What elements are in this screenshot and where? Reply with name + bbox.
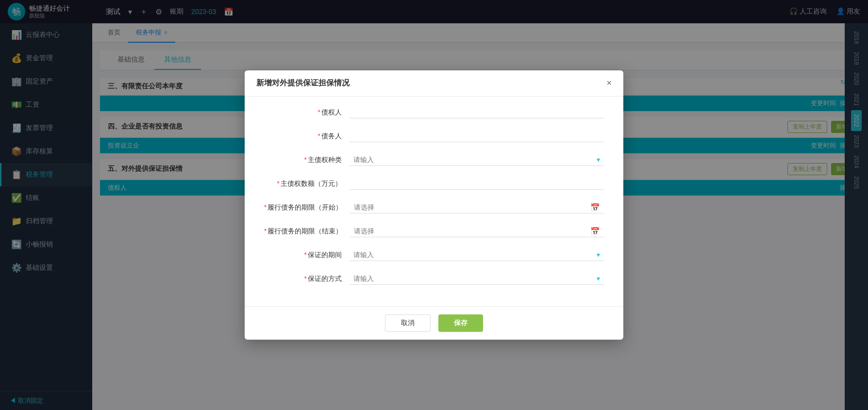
date-input-period-start[interactable] [350, 201, 586, 213]
cancel-button[interactable]: 取消 [385, 314, 431, 332]
input-creditor[interactable] [350, 106, 604, 118]
modal-footer: 取消 保存 [245, 306, 623, 340]
form-label-claim-amount: *主债权数额（万元） [264, 180, 342, 188]
chevron-down-icon-claim-type: ▾ [593, 156, 604, 164]
form-label-guarantee-method: *保证的方式 [264, 275, 342, 283]
form-row-debtor: *债务人 [264, 130, 604, 142]
form-row-creditor: *债权人 [264, 106, 604, 118]
modal-close-btn[interactable]: × [606, 78, 612, 88]
form-row-guarantee-method: *保证的方式 ▾ [264, 273, 604, 285]
form-label-claim-type: *主债权种类 [264, 156, 342, 164]
form-row-claim-amount: *主债权数额（万元） [264, 178, 604, 190]
form-label-debtor: *债务人 [264, 132, 342, 141]
form-label-period-start: *履行债务的期限（开始） [264, 203, 342, 212]
chevron-down-icon-guarantee-period: ▾ [593, 251, 604, 259]
input-debtor[interactable] [350, 130, 604, 142]
form-row-period-start: *履行债务的期限（开始） 📅 [264, 201, 604, 213]
form-row-period-end: *履行债务的期限（结束） 📅 [264, 225, 604, 237]
select-wrapper-guarantee-period[interactable]: ▾ [350, 249, 604, 261]
form-label-guarantee-period: *保证的期间 [264, 251, 342, 260]
calendar-icon-period-start: 📅 [586, 203, 604, 212]
form-label-creditor: *债权人 [264, 108, 342, 117]
select-input-guarantee-period[interactable] [350, 249, 593, 261]
modal-body: *债权人*债务人*主债权种类 ▾ *主债权数额（万元）*履行债务的期限（开始） … [245, 97, 623, 306]
select-input-guarantee-method[interactable] [350, 273, 593, 284]
modal: 新增对外提供保证担保情况 × *债权人*债务人*主债权种类 ▾ *主债权数额（万… [245, 70, 623, 340]
input-claim-amount[interactable] [350, 178, 604, 190]
chevron-down-icon-guarantee-method: ▾ [593, 275, 604, 282]
date-wrapper-period-start[interactable]: 📅 [350, 201, 604, 213]
modal-title: 新增对外提供保证担保情况 [256, 78, 350, 88]
form-label-period-end: *履行债务的期限（结束） [264, 227, 342, 236]
modal-header: 新增对外提供保证担保情况 × [245, 70, 623, 97]
calendar-icon-period-end: 📅 [586, 227, 604, 236]
modal-overlay[interactable]: 新增对外提供保证担保情况 × *债权人*债务人*主债权种类 ▾ *主债权数额（万… [0, 0, 868, 410]
date-wrapper-period-end[interactable]: 📅 [350, 225, 604, 237]
date-input-period-end[interactable] [350, 225, 586, 237]
form-row-guarantee-period: *保证的期间 ▾ [264, 249, 604, 261]
select-wrapper-guarantee-method[interactable]: ▾ [350, 273, 604, 285]
select-wrapper-claim-type[interactable]: ▾ [350, 154, 604, 166]
form-row-claim-type: *主债权种类 ▾ [264, 154, 604, 166]
select-input-claim-type[interactable] [350, 154, 593, 165]
save-button[interactable]: 保存 [438, 314, 483, 332]
